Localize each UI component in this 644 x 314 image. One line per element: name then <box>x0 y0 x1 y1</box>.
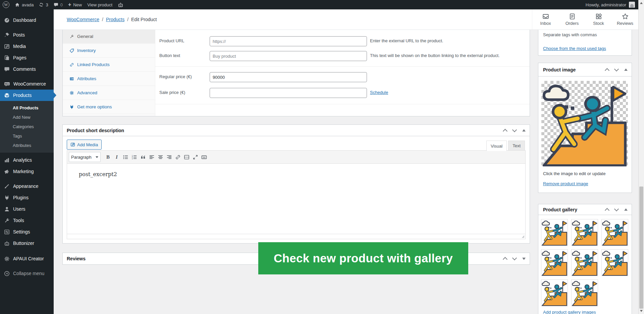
insert-link-button[interactable] <box>174 153 182 161</box>
bullet-list-button[interactable] <box>121 153 129 161</box>
sidebar-item-apaui-creator[interactable]: APAUI Creator <box>0 253 54 264</box>
site-name-link[interactable]: avada <box>12 0 36 9</box>
gallery-thumb[interactable] <box>601 219 628 246</box>
gallery-thumb[interactable] <box>601 249 628 276</box>
gallery-thumb[interactable] <box>571 279 598 306</box>
submenu-item-all-products[interactable]: All Products <box>0 103 54 112</box>
move-up-icon[interactable] <box>503 257 507 262</box>
new-content-menu[interactable]: + New <box>65 0 85 9</box>
sidebar-item-buttonizer[interactable]: Buttonizer <box>0 238 54 249</box>
scroll-down-arrow[interactable] <box>639 310 644 312</box>
align-right-button[interactable] <box>165 153 173 161</box>
panel-header[interactable]: Product short description <box>63 125 530 136</box>
sidebar-label: Media <box>13 44 26 49</box>
sidebar-item-users[interactable]: Users <box>0 203 54 215</box>
sidebar-item-analytics[interactable]: Analytics <box>0 154 54 166</box>
italic-button[interactable]: I <box>113 153 121 161</box>
add-media-button[interactable]: Add Media <box>67 140 102 150</box>
move-down-icon[interactable] <box>614 66 619 71</box>
sale-price-input[interactable] <box>210 88 367 98</box>
resize-grip-icon[interactable] <box>521 234 525 238</box>
gallery-thumb[interactable] <box>571 219 598 246</box>
sidebar-item-products[interactable]: Products <box>0 90 54 101</box>
panel-header[interactable]: Product image <box>538 63 632 76</box>
align-left-button[interactable] <box>148 153 156 161</box>
sidebar-item-posts[interactable]: Posts <box>0 29 54 41</box>
tab-visual[interactable]: Visual <box>486 141 507 151</box>
tab-inventory[interactable]: Inventory <box>63 44 155 58</box>
sidebar-item-media[interactable]: Media <box>0 41 54 52</box>
move-down-icon[interactable] <box>614 206 619 211</box>
sidebar-item-settings[interactable]: Settings <box>0 226 54 238</box>
tab-linked-products[interactable]: Linked Products <box>63 58 155 72</box>
sidebar-item-comments[interactable]: Comments <box>0 63 54 75</box>
submenu-item-categories[interactable]: Categories <box>0 122 54 131</box>
tab-advanced[interactable]: Advanced <box>63 86 155 100</box>
numbered-list-button[interactable] <box>130 153 138 161</box>
sidebar-item-dashboard[interactable]: Dashboard <box>0 14 54 26</box>
gallery-thumb[interactable] <box>541 279 568 306</box>
sidebar-item-woocommerce[interactable]: WooCommerce <box>0 78 54 90</box>
editor-text[interactable]: post_excerpt2 <box>67 164 525 177</box>
toolbar-toggle-button[interactable] <box>200 153 208 161</box>
add-gallery-images-link[interactable]: Add product gallery images <box>543 310 596 314</box>
toggle-panel-icon[interactable] <box>522 129 526 132</box>
sidebar-item-tools[interactable]: Tools <box>0 215 54 226</box>
blockquote-button[interactable] <box>139 153 147 161</box>
align-center-button[interactable] <box>156 153 164 161</box>
howdy-account-link[interactable]: Howdy, administrator <box>586 2 626 7</box>
scrollbar-thumb[interactable] <box>639 187 643 309</box>
breadcrumb-products-link[interactable]: Products <box>106 17 124 22</box>
sidebar-item-pages[interactable]: Pages <box>0 52 54 63</box>
tab-get-more-options[interactable]: Get more options <box>63 100 155 114</box>
scroll-up-arrow[interactable] <box>639 2 644 4</box>
tab-orders[interactable]: Orders <box>559 9 585 30</box>
breadcrumb-woocommerce-link[interactable]: WooCommerce <box>67 17 99 22</box>
schedule-link[interactable]: Schedule <box>370 90 388 95</box>
move-up-icon[interactable] <box>503 128 507 133</box>
regular-price-input[interactable] <box>210 72 367 82</box>
remove-product-image-link[interactable]: Remove product image <box>543 181 588 186</box>
choose-most-used-tags-link[interactable]: Choose from the most used tags <box>543 46 606 51</box>
submenu-item-add-new[interactable]: Add New <box>0 112 54 122</box>
move-down-icon[interactable] <box>512 256 517 260</box>
collapse-menu-button[interactable]: Collapse menu <box>0 268 54 279</box>
editor-content-area[interactable]: post_excerpt2 <box>67 164 526 239</box>
vertical-scrollbar[interactable] <box>638 0 644 314</box>
button-text-input[interactable] <box>210 51 367 61</box>
bold-button[interactable]: B <box>104 153 112 161</box>
tab-text[interactable]: Text <box>508 141 525 151</box>
gallery-thumb[interactable] <box>541 219 568 246</box>
move-up-icon[interactable] <box>605 208 609 212</box>
fullscreen-button[interactable] <box>191 153 199 161</box>
move-up-icon[interactable] <box>605 68 609 72</box>
view-product-link[interactable]: View product <box>85 0 115 9</box>
product-url-input[interactable] <box>210 36 367 46</box>
avatar[interactable] <box>629 2 635 8</box>
toggle-panel-icon[interactable] <box>624 68 628 71</box>
move-down-icon[interactable] <box>512 127 517 132</box>
dashboard-icon <box>4 17 10 23</box>
tab-stock[interactable]: Stock <box>585 9 612 30</box>
gallery-thumb[interactable] <box>571 249 598 276</box>
read-more-tag-button[interactable] <box>182 153 191 161</box>
paragraph-format-select[interactable]: Paragraph <box>69 152 101 162</box>
sidebar-item-marketing[interactable]: Marketing <box>0 166 54 177</box>
buttonizer-adminbar-item[interactable] <box>115 0 126 9</box>
product-image[interactable] <box>541 81 628 166</box>
tab-reviews[interactable]: Reviews <box>612 9 638 30</box>
toggle-panel-icon[interactable] <box>624 208 628 211</box>
comments-link[interactable]: 0 <box>51 0 65 9</box>
tab-attributes[interactable]: Attributes <box>63 72 155 86</box>
toggle-panel-icon[interactable] <box>522 258 526 260</box>
tab-inbox[interactable]: Inbox <box>532 9 559 30</box>
panel-header[interactable]: Product gallery <box>538 204 632 215</box>
updates-link[interactable]: 3 <box>36 0 51 9</box>
gallery-thumb[interactable] <box>541 249 568 276</box>
tab-general[interactable]: General <box>63 30 155 44</box>
wordpress-menu[interactable]: W <box>0 0 12 9</box>
submenu-item-tags[interactable]: Tags <box>0 131 54 141</box>
sidebar-item-appearance[interactable]: Appearance <box>0 180 54 192</box>
sidebar-item-plugins[interactable]: Plugins <box>0 192 54 203</box>
submenu-item-attributes[interactable]: Attributes <box>0 141 54 150</box>
